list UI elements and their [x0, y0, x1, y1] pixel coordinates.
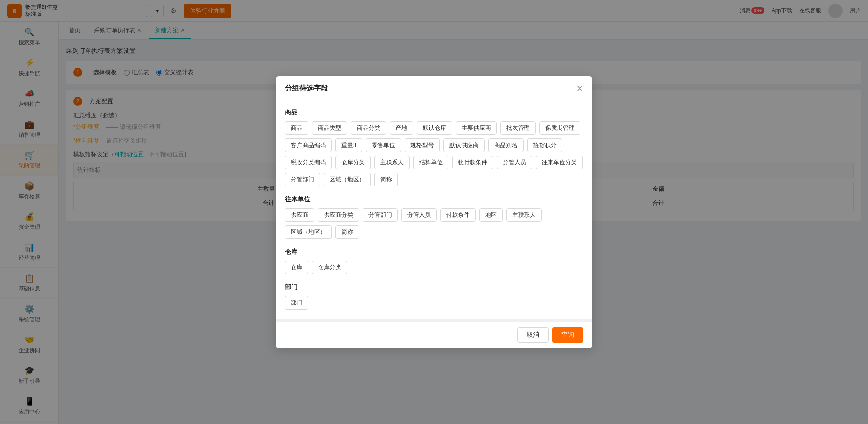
field-tag-main-contact-cp[interactable]: 主联系人: [506, 208, 542, 222]
warehouse-field-tags: 仓库 仓库分类: [285, 261, 583, 274]
field-tag-goods[interactable]: 商品: [285, 121, 308, 135]
section-dept-title: 部门: [285, 283, 583, 291]
field-tag-area-cp[interactable]: 区域（地区）: [285, 225, 332, 239]
field-tag-tax-code[interactable]: 税收分类编码: [285, 156, 332, 169]
field-tag-supplier[interactable]: 供应商: [285, 208, 314, 222]
modal-body[interactable]: 商品 商品 商品类型 商品分类 产地 默认仓库 主要供应商 批次管理 保质期管理…: [276, 101, 592, 319]
field-tag-payment-terms[interactable]: 收付款条件: [452, 156, 493, 169]
field-tag-main-supplier[interactable]: 主要供应商: [456, 121, 497, 135]
field-tag-warehouse-category[interactable]: 仓库分类: [335, 156, 371, 169]
field-tag-main-contact[interactable]: 主联系人: [374, 156, 410, 169]
section-warehouse: 仓库 仓库 仓库分类: [285, 248, 583, 274]
section-counterpart: 往来单位 供应商 供应商分类 分管部门 分管人员 付款条件 地区 主联系人 区域…: [285, 195, 583, 239]
field-tag-counterpart-category[interactable]: 往来单位分类: [536, 156, 583, 169]
cancel-button[interactable]: 取消: [517, 327, 549, 343]
modal-title: 分组待选字段: [285, 84, 328, 93]
field-tag-goods-category[interactable]: 商品分类: [351, 121, 386, 135]
field-tag-abbr-goods[interactable]: 简称: [374, 173, 398, 186]
field-tag-goods-alias[interactable]: 商品别名: [488, 138, 524, 152]
confirm-button[interactable]: 查询: [552, 327, 583, 343]
section-goods: 商品 商品 商品类型 商品分类 产地 默认仓库 主要供应商 批次管理 保质期管理…: [285, 109, 583, 186]
field-tag-payment-cond-cp[interactable]: 付款条件: [440, 208, 476, 222]
modal-footer: 取消 查询: [276, 321, 592, 348]
field-tag-default-warehouse[interactable]: 默认仓库: [417, 121, 452, 135]
goods-field-tags: 商品 商品类型 商品分类 产地 默认仓库 主要供应商 批次管理 保质期管理 客户…: [285, 121, 583, 186]
modal-overlay: 分组待选字段 ✕ 商品 商品 商品类型 商品分类 产地 默认仓库 主要供应商 批…: [0, 0, 868, 424]
field-tag-warehouse[interactable]: 仓库: [285, 261, 308, 274]
section-counterpart-title: 往来单位: [285, 195, 583, 204]
field-tag-manage-dept[interactable]: 分管部门: [285, 173, 320, 186]
field-tag-warehouse-category2[interactable]: 仓库分类: [312, 261, 347, 274]
section-dept: 部门 部门: [285, 283, 583, 310]
field-tag-manage-dept-cp[interactable]: 分管部门: [363, 208, 398, 222]
field-tag-settlement-unit[interactable]: 结算单位: [413, 156, 448, 169]
section-goods-title: 商品: [285, 109, 583, 117]
section-warehouse-title: 仓库: [285, 248, 583, 256]
field-tag-manage-person-cp[interactable]: 分管人员: [401, 208, 437, 222]
field-tag-region-goods[interactable]: 区域（地区）: [324, 173, 371, 186]
field-tag-batch-mgmt[interactable]: 批次管理: [500, 121, 536, 135]
modal-dialog: 分组待选字段 ✕ 商品 商品 商品类型 商品分类 产地 默认仓库 主要供应商 批…: [276, 76, 592, 348]
field-tag-spec-model[interactable]: 规格型号: [405, 138, 440, 152]
field-tag-expiry-mgmt[interactable]: 保质期管理: [539, 121, 580, 135]
modal-close-btn[interactable]: ✕: [576, 84, 583, 94]
field-tag-dept-manager[interactable]: 分管人员: [497, 156, 532, 169]
field-tag-weight3[interactable]: 重量3: [335, 138, 362, 152]
field-tag-retail-unit[interactable]: 零售单位: [366, 138, 401, 152]
counterpart-field-tags: 供应商 供应商分类 分管部门 分管人员 付款条件 地区 主联系人 区域（地区） …: [285, 208, 583, 239]
field-tag-dept[interactable]: 部门: [285, 296, 308, 310]
field-tag-customer-goods-code[interactable]: 客户商品编码: [285, 138, 332, 152]
field-tag-region-cp[interactable]: 地区: [479, 208, 503, 222]
dept-field-tags: 部门: [285, 296, 583, 310]
field-tag-origin[interactable]: 产地: [390, 121, 413, 135]
field-tag-supplier-category[interactable]: 供应商分类: [318, 208, 359, 222]
field-tag-abbr-cp[interactable]: 简称: [335, 225, 359, 239]
field-tag-default-supplier[interactable]: 默认供应商: [443, 138, 485, 152]
modal-header: 分组待选字段 ✕: [276, 76, 592, 101]
field-tag-pick-points[interactable]: 拣货积分: [527, 138, 562, 152]
field-tag-goods-type[interactable]: 商品类型: [312, 121, 347, 135]
